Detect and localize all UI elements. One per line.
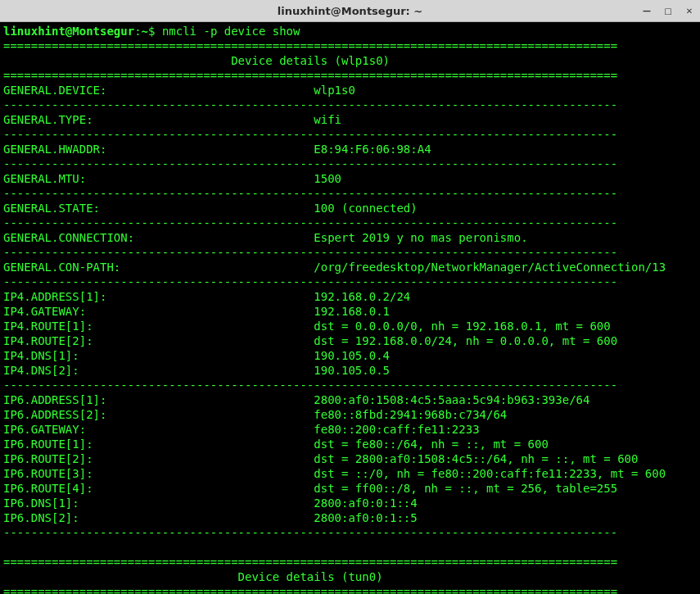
terminal-output[interactable]: linuxhint@Montsegur:~$ nmcli -p device s…: [0, 22, 700, 594]
close-button[interactable]: ✕: [684, 5, 695, 16]
window-controls: — □ ✕: [641, 0, 695, 21]
window-title: linuxhint@Montsegur: ~: [278, 5, 422, 17]
maximize-button[interactable]: □: [662, 5, 674, 16]
minimize-button[interactable]: —: [641, 5, 653, 16]
titlebar: linuxhint@Montsegur: ~ — □ ✕: [0, 0, 700, 22]
terminal-window: linuxhint@Montsegur: ~ — □ ✕ linuxhint@M…: [0, 0, 700, 594]
